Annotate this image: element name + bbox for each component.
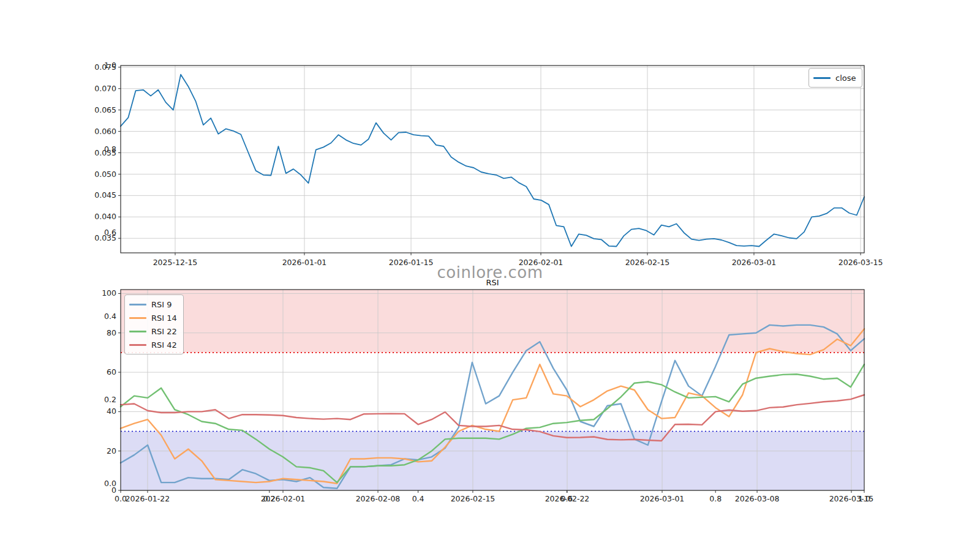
price-y-tick-label: 0.070 <box>78 84 116 93</box>
price-plot-border <box>121 66 864 253</box>
price-y-tick-label: 0.045 <box>78 190 116 200</box>
rsi-x-tick-label: 2026-01-22 <box>126 494 170 503</box>
rsi-y-tick-label: 100 <box>78 288 116 298</box>
price-x-tick-label: 2026-03-15 <box>839 258 883 267</box>
secondary-y-tick-label: 0.2 <box>78 395 116 404</box>
legend-entry-label: close <box>835 73 856 83</box>
rsi-chart-title: RSI <box>486 278 499 287</box>
legend-entry-label: RSI 14 <box>151 313 177 323</box>
overbought-band <box>121 290 864 353</box>
secondary-y-tick-label: 0.8 <box>78 144 116 154</box>
close-line-series <box>121 75 864 247</box>
legend-entry-label: RSI 22 <box>151 327 177 336</box>
legend-entry: RSI 42 <box>129 338 177 351</box>
price-y-tick-label: 0.065 <box>78 105 116 114</box>
legend-entry-label: RSI 42 <box>151 340 177 350</box>
secondary-x-tick-label: 0.2 <box>263 494 276 503</box>
price-y-tick-label: 0.040 <box>78 212 116 221</box>
rsi-x-tick-label: 2026-02-15 <box>451 494 496 503</box>
price-x-tick-label: 2026-03-01 <box>732 258 777 267</box>
legend-line-sample <box>813 77 831 79</box>
legend-entry: close <box>813 71 856 84</box>
legend-line-sample <box>129 331 146 332</box>
price-x-tick-label: 2025-12-15 <box>153 258 198 267</box>
legend-entry: RSI 22 <box>129 324 177 338</box>
secondary-x-tick-label: 0.0 <box>115 494 127 503</box>
legend-entry: RSI 9 <box>129 298 177 311</box>
rsi-x-tick-label: 2026-03-08 <box>735 494 780 503</box>
rsi-y-tick-label: 60 <box>78 367 116 377</box>
price-legend: close <box>809 68 862 88</box>
rsi-y-tick-label: 20 <box>78 446 116 455</box>
secondary-x-tick-label: 0.6 <box>560 494 573 503</box>
rsi-x-tick-label: 2026-03-01 <box>640 494 685 503</box>
rsi-y-tick-label: 40 <box>78 407 116 416</box>
secondary-y-tick-label: 0.0 <box>78 479 116 488</box>
price-x-tick-label: 2026-01-15 <box>389 258 434 267</box>
legend-line-sample <box>129 304 146 305</box>
rsi-y-tick-label: 80 <box>78 328 116 337</box>
secondary-y-tick-label: 1.0 <box>78 61 116 70</box>
price-x-tick-label: 2026-01-01 <box>282 258 327 267</box>
secondary-x-tick-label: 0.8 <box>709 494 722 503</box>
secondary-y-tick-label: 0.6 <box>78 228 116 237</box>
price-x-tick-label: 2026-02-15 <box>625 258 670 267</box>
legend-entry-label: RSI 9 <box>151 300 172 309</box>
oversold-band <box>121 432 864 490</box>
rsi-x-tick-label: 2026-02-08 <box>356 494 401 503</box>
legend-line-sample <box>129 317 146 319</box>
price-y-tick-label: 0.050 <box>78 170 116 179</box>
legend-line-sample <box>129 344 146 346</box>
secondary-y-tick-label: 0.4 <box>78 312 116 321</box>
secondary-x-tick-label: 1.0 <box>858 494 870 503</box>
legend-entry: RSI 14 <box>129 311 177 324</box>
chart-figure: 0.0750.0700.0650.0600.0550.0500.0450.040… <box>0 0 980 551</box>
secondary-x-tick-label: 0.4 <box>412 494 424 503</box>
price-y-tick-label: 0.060 <box>78 127 116 136</box>
rsi-legend: RSI 9RSI 14RSI 22RSI 42 <box>124 294 184 354</box>
